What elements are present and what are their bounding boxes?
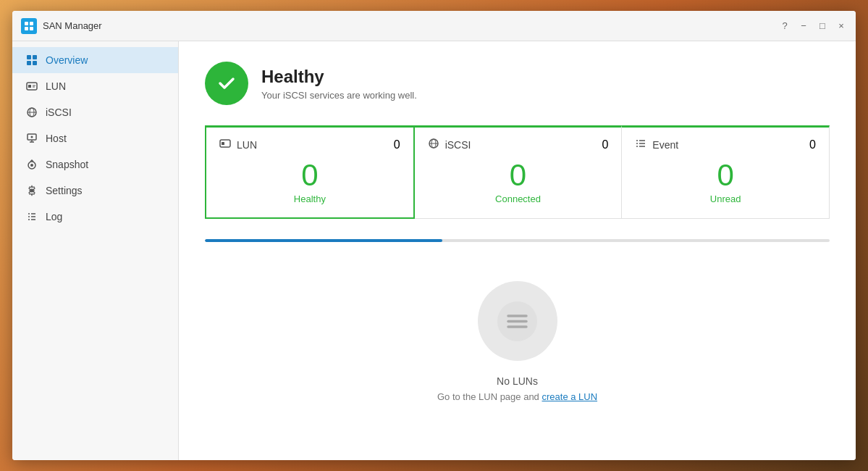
lun-card-body: 0 Healthy [219, 160, 400, 204]
sidebar-item-settings[interactable]: Settings [12, 178, 178, 204]
host-icon [25, 132, 38, 145]
svg-point-20 [30, 164, 33, 167]
iscsi-card-icon [428, 138, 439, 151]
health-section: Healthy Your iSCSI services are working … [205, 62, 830, 105]
sidebar-item-lun[interactable]: LUN [12, 73, 178, 99]
event-card-number: 0 [635, 160, 816, 191]
iscsi-card-number: 0 [428, 160, 609, 191]
iscsi-card[interactable]: iSCSI 0 0 Connected [415, 125, 623, 219]
iscsi-card-body: 0 Connected [428, 160, 609, 204]
iscsi-card-count: 0 [602, 138, 608, 151]
snapshot-icon [25, 158, 38, 171]
svg-point-21 [30, 189, 34, 193]
svg-rect-29 [222, 142, 224, 145]
lun-card-title-row: LUN [219, 138, 257, 151]
tab-indicator-fill [205, 239, 442, 242]
lun-card[interactable]: LUN 0 0 Healthy [205, 125, 415, 219]
sidebar: Overview LUN [12, 41, 179, 460]
app-window: SAN Manager ? − □ × Overview [12, 11, 856, 460]
titlebar: SAN Manager ? − □ × [12, 11, 856, 41]
sidebar-label-settings: Settings [46, 185, 83, 196]
iscsi-card-label: Connected [428, 193, 609, 204]
main-content: Healthy Your iSCSI services are working … [179, 41, 856, 460]
sidebar-label-iscsi: iSCSI [46, 107, 72, 118]
event-card-label: Unread [635, 193, 816, 204]
sidebar-item-host[interactable]: Host [12, 125, 178, 151]
empty-state-title: No LUNs [497, 375, 538, 387]
lun-card-number: 0 [219, 160, 400, 191]
event-card-title-row: Event [635, 138, 678, 151]
lun-icon [25, 80, 38, 93]
sidebar-label-host: Host [46, 133, 67, 144]
event-card-body: 0 Unread [635, 160, 816, 204]
lun-card-header: LUN 0 [219, 138, 400, 151]
lun-card-icon [219, 138, 231, 151]
minimize-button[interactable]: − [798, 20, 809, 32]
iscsi-card-header: iSCSI 0 [428, 138, 609, 151]
health-text: Healthy Your iSCSI services are working … [261, 67, 417, 101]
create-lun-link[interactable]: create a LUN [542, 391, 597, 402]
sidebar-label-overview: Overview [46, 54, 88, 66]
log-icon [25, 210, 38, 223]
health-message: Your iSCSI services are working well. [261, 90, 417, 101]
overview-icon [25, 54, 38, 67]
iscsi-card-title: iSCSI [445, 139, 471, 151]
help-button[interactable]: ? [779, 20, 791, 32]
health-title: Healthy [261, 67, 417, 87]
event-card-count: 0 [809, 138, 816, 151]
svg-rect-4 [27, 55, 31, 59]
settings-icon [25, 184, 38, 197]
window-title: SAN Manager [43, 20, 779, 31]
svg-rect-3 [30, 27, 33, 30]
window-body: Overview LUN [12, 41, 856, 460]
sidebar-label-snapshot: Snapshot [46, 159, 88, 170]
sidebar-item-iscsi[interactable]: iSCSI [12, 99, 178, 125]
event-card[interactable]: Event 0 0 Unread [622, 125, 830, 219]
empty-state: No LUNs Go to the LUN page and create a … [205, 259, 830, 417]
svg-rect-0 [25, 22, 28, 25]
lun-card-label: Healthy [219, 193, 400, 204]
svg-rect-7 [33, 61, 37, 65]
svg-rect-1 [30, 22, 33, 25]
svg-rect-9 [28, 85, 31, 88]
event-card-header: Event 0 [635, 138, 816, 151]
iscsi-icon [25, 106, 38, 119]
event-card-icon [635, 138, 646, 151]
svg-rect-2 [25, 27, 28, 30]
empty-state-icon [478, 281, 557, 361]
svg-rect-5 [33, 55, 37, 59]
maximize-button[interactable]: □ [817, 20, 828, 32]
sidebar-item-snapshot[interactable]: Snapshot [12, 151, 178, 178]
health-icon [205, 62, 248, 105]
lun-card-count: 0 [394, 138, 400, 151]
lun-card-title: LUN [237, 139, 257, 151]
event-card-title: Event [652, 139, 678, 151]
sidebar-label-lun: LUN [46, 80, 66, 92]
iscsi-card-title-row: iSCSI [428, 138, 471, 151]
tab-indicator [205, 239, 830, 242]
app-icon [21, 18, 37, 34]
window-controls: ? − □ × [779, 20, 847, 32]
sidebar-item-overview[interactable]: Overview [12, 47, 178, 73]
cards-row: LUN 0 0 Healthy [205, 125, 830, 219]
sidebar-label-log: Log [46, 211, 62, 222]
sidebar-item-log[interactable]: Log [12, 204, 178, 230]
empty-state-subtitle: Go to the LUN page and create a LUN [437, 391, 597, 402]
close-button[interactable]: × [835, 20, 847, 32]
svg-rect-6 [27, 61, 31, 65]
svg-point-18 [31, 136, 33, 138]
